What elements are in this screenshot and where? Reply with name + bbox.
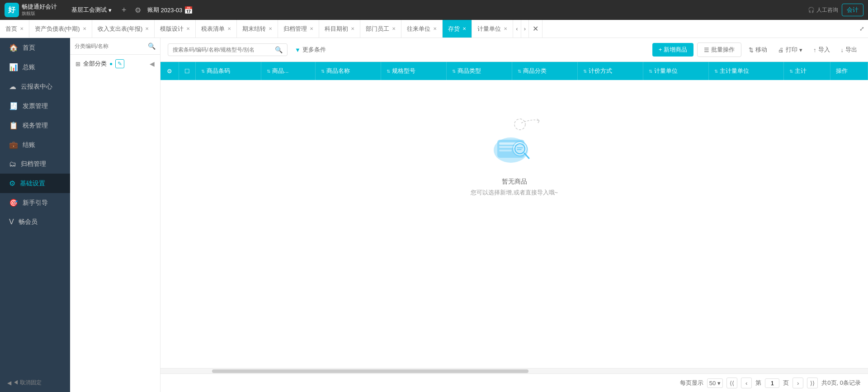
category-collapse-btn[interactable]: ◀ — [150, 60, 155, 67]
batch-icon: ☰ — [704, 47, 709, 53]
sidebar-item-invoice[interactable]: 🧾 发票管理 — [0, 96, 70, 116]
tab-inventory[interactable]: 存货 ✕ — [443, 20, 472, 38]
calendar-icon[interactable]: 📅 — [184, 6, 193, 14]
per-page-label: 每页显示 — [680, 379, 703, 387]
tab-close-contacts[interactable]: ✕ — [433, 26, 437, 31]
sidebar-item-label: 新手引导 — [23, 199, 48, 207]
empty-desc: 您可以选择新增,或者直接导入哦~ — [471, 189, 558, 197]
filter-icon: ▼ — [295, 47, 301, 53]
tab-close-dept[interactable]: ✕ — [392, 26, 396, 31]
import-btn[interactable]: ↑ 导入 — [810, 43, 834, 57]
logo-icon: 好 — [5, 3, 19, 17]
sidebar-item-member[interactable]: V 畅会员 — [0, 213, 70, 231]
prev-page-btn[interactable]: ‹ — [741, 378, 752, 388]
horizontal-scrollbar[interactable] — [160, 368, 868, 373]
ai-consult-btn[interactable]: 🎧 人工咨询 — [808, 6, 838, 14]
sidebar-item-archive[interactable]: 🗂 归档管理 — [0, 155, 70, 174]
move-btn[interactable]: ⇅ 移动 — [745, 43, 771, 57]
tab-close-unit[interactable]: ✕ — [504, 26, 507, 31]
member-icon: V — [9, 218, 14, 226]
header-actions: 🎧 人工咨询 会计 — [808, 4, 863, 16]
scroll-thumb[interactable] — [212, 369, 528, 373]
cloud-icon: ☁ — [9, 82, 16, 91]
filter-btn[interactable]: ▼ 更多条件 — [291, 43, 330, 57]
col-barcode: ⇅商品条码 — [195, 62, 261, 80]
tab-expand-btn[interactable]: ⤢ — [856, 20, 868, 38]
tab-archive[interactable]: 归档管理 ✕ — [278, 20, 319, 38]
add-company-btn[interactable]: + — [120, 4, 128, 17]
tab-prev-btn[interactable]: ‹ — [513, 20, 521, 38]
main-layout: 🏠 首页 📊 总账 ☁ 云报表中心 🧾 发票管理 📋 税务管理 💼 结账 🗂 归… — [0, 38, 868, 392]
sidebar-item-ledger[interactable]: 📊 总账 — [0, 57, 70, 77]
settings-btn[interactable]: ⚙ — [133, 4, 143, 16]
table-container[interactable]: ⚙ ☐ ⇅商品条码 ⇅商品... ⇅商品名称 ⇅规格型号 ⇅商品类型 ⇅商品分类… — [160, 62, 868, 368]
tab-contacts[interactable]: 往来单位 ✕ — [401, 20, 443, 38]
sidebar-item-settings[interactable]: ⚙ 基础设置 — [0, 174, 70, 193]
sidebar-item-guide[interactable]: 🎯 新手引导 — [0, 193, 70, 213]
tab-close-income[interactable]: ✕ — [145, 26, 149, 31]
tab-close-tax[interactable]: ✕ — [227, 26, 231, 31]
per-page-value: 50 — [709, 380, 716, 387]
category-search-icon[interactable]: 🔍 — [148, 43, 156, 50]
tab-close-archive[interactable]: ✕ — [310, 26, 313, 31]
kuaiji-btn[interactable]: 会计 — [842, 4, 863, 16]
period-badge: 账期 2023-03 📅 — [147, 6, 193, 14]
tab-label: 归档管理 — [283, 25, 307, 33]
top-header: 好 畅捷通好会计 旗舰版 基层工会测试 ▾ + ⚙ 账期 2023-03 📅 🎧… — [0, 0, 868, 20]
tab-close-template[interactable]: ✕ — [186, 26, 190, 31]
tab-close-home[interactable]: ✕ — [20, 26, 24, 31]
sidebar-item-home[interactable]: 🏠 首页 — [0, 38, 70, 57]
first-page-btn[interactable]: ⟨⟨ — [726, 378, 737, 388]
sidebar-item-tax[interactable]: 📋 税务管理 — [0, 116, 70, 135]
tab-home[interactable]: 首页 ✕ — [0, 20, 29, 38]
tab-dept-staff[interactable]: 部门员工 ✕ — [360, 20, 401, 38]
invoice-icon: 🧾 — [9, 102, 18, 110]
sidebar-item-close-account[interactable]: 💼 结账 — [0, 135, 70, 155]
col-type: ⇅商品类型 — [446, 62, 512, 80]
tab-close-period[interactable]: ✕ — [269, 26, 272, 31]
tab-bar: 首页 ✕ 资产负债表(中期) ✕ 收入支出表(年报) ✕ 模版设计 ✕ 税表清单… — [0, 20, 868, 38]
sidebar-collapse-btn[interactable]: ◀ ◀ 取消固定 — [0, 373, 70, 392]
search-input[interactable] — [173, 47, 272, 53]
tab-close-all-btn[interactable]: ✕ — [529, 20, 542, 38]
import-icon: ↑ — [813, 47, 816, 53]
col-name: ⇅商品名称 — [315, 62, 381, 80]
pagination-bar: 每页显示 50 ▾ ⟨⟨ ‹ 第 页 › ⟩⟩ 共0页, 0条记录 — [160, 373, 868, 392]
tab-balance-sheet[interactable]: 资产负债表(中期) ✕ — [29, 20, 92, 38]
batch-operation-btn[interactable]: ☰ 批量操作 — [697, 43, 741, 57]
tab-subject-init[interactable]: 科目期初 ✕ — [319, 20, 360, 38]
export-btn[interactable]: ↓ 导出 — [837, 43, 861, 57]
search-icon[interactable]: 🔍 — [275, 46, 283, 53]
sidebar-item-cloud-report[interactable]: ☁ 云报表中心 — [0, 77, 70, 96]
tab-close-balance[interactable]: ✕ — [83, 26, 86, 31]
col-unit: ⇅计量单位 — [643, 62, 708, 80]
tab-tax-table[interactable]: 税表清单 ✕ — [196, 20, 237, 38]
tab-unit[interactable]: 计量单位 ✕ — [472, 20, 513, 38]
ai-consult-label: 人工咨询 — [816, 6, 838, 14]
company-name: 基层工会测试 — [71, 6, 107, 14]
tab-period-carry[interactable]: 期末结转 ✕ — [237, 20, 278, 38]
app-name: 畅捷通好会计 — [22, 3, 57, 10]
col-category: ⇅商品分类 — [512, 62, 577, 80]
tab-next-btn[interactable]: › — [521, 20, 529, 38]
headset-icon: 🎧 — [808, 7, 815, 13]
page-number-input[interactable] — [765, 378, 779, 388]
tab-close-inventory[interactable]: ✕ — [462, 26, 466, 31]
col-checkbox[interactable]: ☐ — [179, 62, 195, 80]
add-product-btn[interactable]: + 新增商品 — [652, 43, 693, 57]
category-search-bar: 🔍 — [70, 38, 160, 55]
category-edit-btn[interactable]: ✎ — [115, 59, 124, 68]
per-page-select[interactable]: 50 ▾ — [707, 378, 723, 388]
tab-income-report[interactable]: 收入支出表(年报) ✕ — [92, 20, 155, 38]
tab-template[interactable]: 模版设计 ✕ — [155, 20, 196, 38]
last-page-btn[interactable]: ⟩⟩ — [807, 378, 818, 388]
col-main: ⇅主计 — [784, 62, 830, 80]
col-settings[interactable]: ⚙ — [160, 62, 179, 80]
move-icon: ⇅ — [749, 47, 754, 53]
tab-close-subject[interactable]: ✕ — [351, 26, 354, 31]
company-selector[interactable]: 基层工会测试 ▾ — [68, 4, 115, 16]
category-search-input[interactable] — [75, 43, 146, 49]
col-spec: ⇅规格型号 — [381, 62, 446, 80]
print-btn[interactable]: 🖨 打印 ▾ — [774, 43, 806, 57]
next-page-btn[interactable]: › — [793, 378, 803, 388]
